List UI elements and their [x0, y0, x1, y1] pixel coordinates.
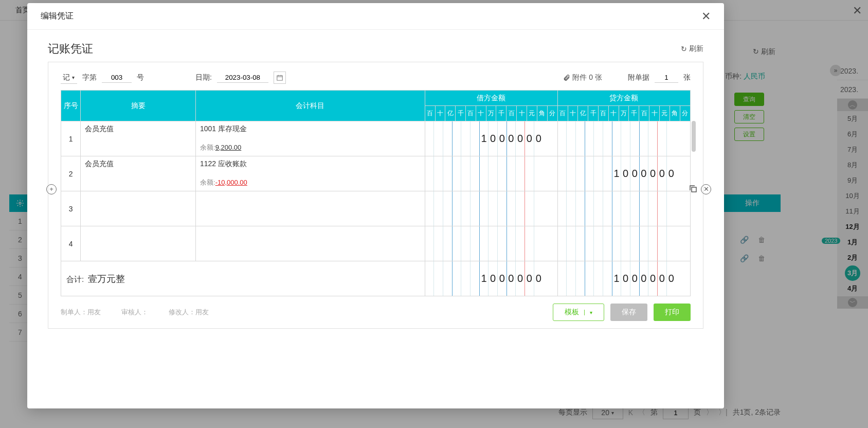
digit-cell — [567, 121, 576, 156]
digit-cell: 0 — [507, 121, 516, 156]
digit-cell — [640, 121, 649, 156]
date-label: 日期: — [195, 73, 212, 82]
unit-header: 千 — [629, 106, 639, 121]
delete-row-icon[interactable]: ✕ — [701, 184, 711, 194]
unit-header: 千 — [588, 106, 599, 121]
date-input[interactable] — [217, 73, 268, 83]
digit-cell: 0 — [648, 261, 658, 296]
svg-rect-1 — [277, 76, 283, 80]
digit-cell: 0 — [621, 261, 630, 296]
modifier-label: 修改人： — [169, 308, 195, 316]
th-seq: 序号 — [61, 91, 81, 121]
digit-cell — [507, 226, 516, 261]
digit-cell — [480, 156, 489, 191]
digit-cell — [471, 121, 480, 156]
chevron-down-icon[interactable]: ▾ — [584, 310, 592, 315]
voucher-row[interactable]: 2会员充值1122 应收账款余额:-10,000.001000000 — [61, 156, 691, 191]
digit-cell — [603, 226, 612, 261]
digit-cell — [525, 156, 534, 191]
digit-cell — [480, 191, 489, 226]
digit-cell — [603, 121, 612, 156]
row-seq: 3 — [61, 191, 81, 226]
row-account[interactable] — [196, 226, 425, 261]
digit-cell — [603, 191, 612, 226]
row-credit[interactable] — [557, 226, 690, 261]
row-account[interactable]: 1001 库存现金余额:9,200.00 — [196, 121, 425, 156]
digit-cell — [594, 156, 603, 191]
attachment-link[interactable]: 附件 0 张 — [563, 73, 602, 82]
digit-cell — [489, 156, 498, 191]
template-button[interactable]: 模板▾ — [553, 304, 604, 321]
print-button[interactable]: 打印 — [654, 304, 691, 321]
row-account[interactable] — [196, 191, 425, 226]
digit-cell: 0 — [658, 261, 667, 296]
scrollbar-indicator[interactable] — [692, 121, 696, 152]
row-account[interactable]: 1122 应收账款余额:-10,000.00 — [196, 156, 425, 191]
voucher-row[interactable]: 4 — [61, 226, 691, 261]
voucher-row[interactable]: 3 — [61, 191, 691, 226]
voucher-card: 记 ▾ 字第 号 日期: 附件 0 张 附单据 张 — [48, 62, 703, 329]
digit-cell — [576, 226, 585, 261]
digit-cell — [471, 261, 480, 296]
digit-cell: 0 — [534, 121, 544, 156]
unit-header: 十 — [435, 106, 445, 121]
digit-cell — [516, 156, 525, 191]
unit-header: 元 — [527, 106, 537, 121]
digit-cell: 0 — [658, 156, 667, 191]
digit-cell: 0 — [498, 261, 507, 296]
row-debit[interactable]: 1000000 — [425, 121, 557, 156]
fudanju-label: 附单据 — [628, 73, 649, 82]
digit-cell: 0 — [630, 156, 640, 191]
modal-refresh-button[interactable]: ↻ 刷新 — [681, 44, 703, 53]
row-seq: 2 — [61, 156, 81, 191]
row-credit[interactable] — [557, 121, 690, 156]
digit-cell — [443, 261, 453, 296]
row-debit[interactable] — [425, 226, 557, 261]
row-summary[interactable]: 会员充值 — [81, 156, 196, 191]
digit-cell — [534, 191, 544, 226]
unit-header: 十 — [517, 106, 527, 121]
voucher-type-select[interactable]: 记 ▾ — [61, 72, 77, 84]
digit-cell — [471, 156, 480, 191]
unit-header: 千 — [496, 106, 507, 121]
digit-cell — [576, 191, 585, 226]
reviewer-label: 审核人： — [121, 308, 148, 316]
voucher-table: 序号 摘要 会计科目 借方金额 贷方金额 百十亿千百十万千百十元角分百十亿千百十… — [61, 90, 691, 296]
row-summary[interactable] — [81, 191, 196, 226]
save-button[interactable]: 保存 — [610, 304, 647, 321]
copy-row-icon[interactable] — [689, 184, 698, 194]
digit-cell — [453, 261, 462, 296]
total-credit: 1000000 — [557, 261, 690, 296]
row-credit[interactable] — [557, 191, 690, 226]
row-summary[interactable]: 会员充值 — [81, 121, 196, 156]
digit-cell — [585, 156, 594, 191]
total-cn-amount: 壹万元整 — [88, 274, 125, 284]
digit-cell — [558, 261, 567, 296]
digit-cell: 0 — [516, 261, 525, 296]
row-debit[interactable] — [425, 191, 557, 226]
fudanju-input[interactable] — [655, 73, 678, 83]
digit-cell: 0 — [507, 261, 516, 296]
add-row-icon[interactable]: + — [46, 184, 57, 194]
digit-cell — [658, 226, 667, 261]
digit-cell: 0 — [489, 261, 498, 296]
digit-cell: 0 — [640, 261, 649, 296]
row-debit[interactable] — [425, 156, 557, 191]
maker-value: 用友 — [87, 308, 101, 316]
digit-cell — [558, 191, 567, 226]
digit-cell — [558, 121, 567, 156]
voucher-row[interactable]: 1会员充值1001 库存现金余额:9,200.001000000 — [61, 121, 691, 156]
digit-cell — [640, 226, 649, 261]
unit-header: 十 — [649, 106, 660, 121]
digit-cell — [498, 156, 507, 191]
row-seq: 1 — [61, 121, 81, 156]
digit-cell — [534, 226, 544, 261]
row-summary[interactable] — [81, 226, 196, 261]
voucher-number-input[interactable] — [102, 73, 132, 83]
calendar-icon[interactable] — [274, 72, 286, 84]
digit-cell: 1 — [480, 121, 489, 156]
row-credit[interactable]: 1000000 — [557, 156, 690, 191]
close-icon[interactable]: ✕ — [701, 10, 711, 23]
digit-cell: 0 — [648, 156, 658, 191]
digit-cell — [603, 156, 612, 191]
